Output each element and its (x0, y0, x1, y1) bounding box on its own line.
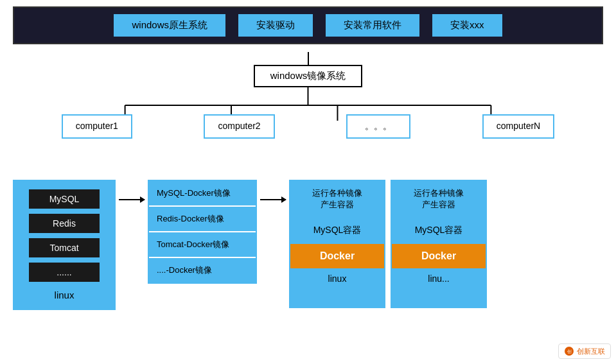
watermark-icon: 创 (564, 346, 574, 356)
arrow-1 (116, 180, 148, 200)
container-box-1: 运行各种镜像产生容器 MySQL容器 Docker linux (289, 180, 385, 308)
docker-list: MySQL-Docker镜像 Redis-Docker镜像 Tomcat-Doc… (148, 180, 257, 284)
container-1-docker: Docker (290, 244, 384, 268)
linux-item-dots: ...... (29, 263, 100, 282)
top-box-4: 安装xxx (432, 14, 502, 37)
windows-image-label: windows镜像系统 (254, 65, 363, 87)
docker-item-mysql: MySQL-Docker镜像 (149, 181, 256, 207)
computer-n: computerN (482, 114, 554, 139)
computer-dots: 。。。 (346, 114, 410, 139)
containers-section: 运行各种镜像产生容器 MySQL容器 Docker linux 运行各种镜像产生… (289, 180, 487, 308)
docker-item-redis: Redis-Docker镜像 (149, 207, 256, 232)
watermark-text: 创新互联 (577, 347, 605, 356)
container-2-linux: linu... (392, 268, 486, 307)
tree-area: computer1 computer2 。。。 computerN (13, 87, 603, 139)
computers-row: computer1 computer2 。。。 computerN (13, 114, 603, 139)
linux-item-tomcat: Tomcat (29, 238, 100, 257)
container-2-title: 运行各种镜像产生容器 (392, 181, 486, 217)
container-1-title: 运行各种镜像产生容器 (290, 181, 384, 217)
watermark: 创 创新互联 (558, 343, 611, 359)
windows-image-container: windows镜像系统 (13, 52, 603, 87)
arrow-right-2 (260, 199, 286, 200)
linux-box: MySQL Redis Tomcat ...... linux (13, 180, 116, 310)
connector-line-top (307, 52, 310, 65)
top-section: windows原生系统 安装驱动 安装常用软件 安装xxx windows镜像系… (13, 6, 603, 139)
container-1-linux: linux (290, 268, 384, 307)
linux-label: linux (55, 290, 75, 300)
container-box-2: 运行各种镜像产生容器 MySQL容器 Docker linu... (391, 180, 487, 308)
top-box-1: windows原生系统 (114, 14, 225, 37)
linux-item-mysql: MySQL (29, 189, 100, 209)
top-box-2: 安装驱动 (238, 14, 313, 37)
docker-item-tomcat: Tomcat-Docker镜像 (149, 232, 256, 258)
arrow-2 (257, 180, 289, 200)
container-1-mysql: MySQL容器 (290, 217, 384, 244)
container-2-docker: Docker (392, 244, 486, 268)
bottom-section: MySQL Redis Tomcat ...... linux MySQL-Do… (13, 180, 603, 310)
computer-1: computer1 (62, 114, 132, 139)
computer-2: computer2 (204, 114, 274, 139)
top-box-3: 安装常用软件 (326, 14, 419, 37)
container-2-mysql: MySQL容器 (392, 217, 486, 244)
arrow-right-1 (119, 199, 145, 200)
docker-item-dots: ....-Docker镜像 (149, 258, 256, 282)
linux-item-redis: Redis (29, 214, 100, 233)
svg-text:创: 创 (567, 349, 572, 354)
top-row: windows原生系统 安装驱动 安装常用软件 安装xxx (13, 6, 603, 44)
